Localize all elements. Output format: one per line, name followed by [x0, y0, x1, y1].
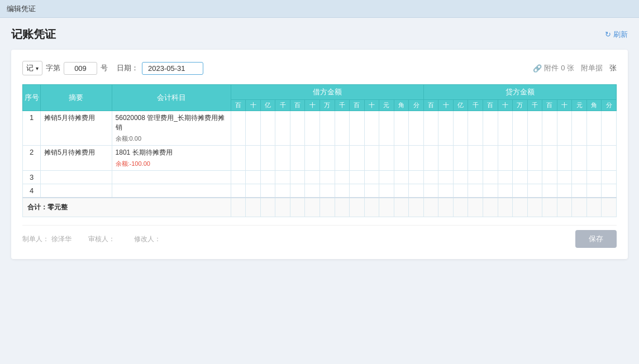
credit-digit-cell[interactable] [453, 171, 468, 184]
debit-digit-cell[interactable] [260, 184, 275, 198]
debit-digit-cell[interactable] [364, 184, 379, 198]
debit-digit-cell[interactable] [409, 184, 424, 198]
debit-digit-cell[interactable] [379, 146, 394, 171]
credit-digit-cell[interactable] [527, 146, 542, 171]
credit-digit-cell[interactable] [498, 184, 513, 198]
debit-digit-cell[interactable] [231, 184, 246, 198]
debit-digit-cell[interactable] [275, 146, 290, 171]
debit-digit-cell[interactable] [364, 146, 379, 171]
credit-digit-cell[interactable] [542, 184, 557, 198]
summary-cell[interactable] [41, 184, 112, 198]
debit-digit-cell[interactable] [305, 146, 320, 171]
debit-digit-cell[interactable] [320, 111, 335, 146]
credit-digit-cell[interactable] [542, 146, 557, 171]
debit-digit-cell[interactable] [335, 171, 350, 184]
credit-digit-cell[interactable] [602, 111, 617, 146]
credit-digit-cell[interactable] [438, 171, 454, 184]
debit-digit-cell[interactable] [290, 146, 305, 171]
credit-digit-cell[interactable] [438, 146, 454, 171]
credit-digit-cell[interactable] [602, 184, 617, 198]
debit-digit-cell[interactable] [290, 111, 305, 146]
account-cell[interactable] [112, 184, 231, 198]
credit-digit-cell[interactable] [572, 184, 587, 198]
credit-digit-cell[interactable] [572, 146, 587, 171]
refresh-button[interactable]: ↻ 刷新 [605, 30, 628, 40]
debit-digit-cell[interactable] [231, 111, 246, 146]
credit-digit-cell[interactable] [527, 171, 542, 184]
date-input[interactable] [142, 62, 203, 75]
credit-digit-cell[interactable] [423, 111, 438, 146]
debit-digit-cell[interactable] [409, 111, 424, 146]
debit-digit-cell[interactable] [394, 171, 409, 184]
debit-digit-cell[interactable] [379, 171, 394, 184]
credit-digit-cell[interactable] [527, 111, 542, 146]
debit-digit-cell[interactable] [394, 146, 409, 171]
credit-digit-cell[interactable] [542, 171, 557, 184]
credit-digit-cell[interactable] [423, 146, 438, 171]
credit-digit-cell[interactable] [423, 184, 438, 198]
debit-digit-cell[interactable] [246, 111, 261, 146]
debit-digit-cell[interactable] [350, 146, 365, 171]
credit-digit-cell[interactable] [498, 171, 513, 184]
credit-digit-cell[interactable] [468, 184, 483, 198]
debit-digit-cell[interactable] [260, 111, 275, 146]
debit-digit-cell[interactable] [246, 171, 261, 184]
credit-digit-cell[interactable] [513, 146, 528, 171]
credit-digit-cell[interactable] [483, 146, 498, 171]
debit-digit-cell[interactable] [394, 111, 409, 146]
debit-digit-cell[interactable] [335, 146, 350, 171]
debit-digit-cell[interactable] [379, 184, 394, 198]
credit-digit-cell[interactable] [468, 111, 483, 146]
credit-digit-cell[interactable] [498, 111, 513, 146]
debit-digit-cell[interactable] [394, 184, 409, 198]
debit-digit-cell[interactable] [231, 146, 246, 171]
debit-digit-cell[interactable] [231, 171, 246, 184]
credit-digit-cell[interactable] [602, 146, 617, 171]
debit-digit-cell[interactable] [320, 146, 335, 171]
account-cell[interactable]: 1801 长期待摊费用余额:-100.00 [112, 146, 231, 171]
credit-digit-cell[interactable] [572, 111, 587, 146]
account-cell[interactable] [112, 171, 231, 184]
debit-digit-cell[interactable] [320, 171, 335, 184]
debit-digit-cell[interactable] [409, 146, 424, 171]
credit-digit-cell[interactable] [468, 171, 483, 184]
debit-digit-cell[interactable] [305, 171, 320, 184]
number-input[interactable] [64, 62, 97, 75]
debit-digit-cell[interactable] [335, 184, 350, 198]
debit-digit-cell[interactable] [260, 146, 275, 171]
credit-digit-cell[interactable] [557, 111, 572, 146]
credit-digit-cell[interactable] [438, 111, 454, 146]
debit-digit-cell[interactable] [290, 184, 305, 198]
credit-digit-cell[interactable] [423, 171, 438, 184]
summary-cell[interactable] [41, 171, 112, 184]
credit-digit-cell[interactable] [483, 171, 498, 184]
attachment-link[interactable]: 🔗 附件 0 张 [533, 63, 574, 73]
credit-digit-cell[interactable] [483, 184, 498, 198]
debit-digit-cell[interactable] [275, 111, 290, 146]
debit-digit-cell[interactable] [246, 184, 261, 198]
summary-cell[interactable]: 摊销5月待摊费用 [41, 111, 112, 146]
credit-digit-cell[interactable] [557, 171, 572, 184]
credit-digit-cell[interactable] [572, 171, 587, 184]
debit-digit-cell[interactable] [335, 111, 350, 146]
credit-digit-cell[interactable] [586, 111, 602, 146]
debit-digit-cell[interactable] [275, 184, 290, 198]
credit-digit-cell[interactable] [586, 171, 602, 184]
debit-digit-cell[interactable] [290, 171, 305, 184]
credit-digit-cell[interactable] [498, 146, 513, 171]
debit-digit-cell[interactable] [260, 171, 275, 184]
debit-digit-cell[interactable] [350, 184, 365, 198]
debit-digit-cell[interactable] [350, 171, 365, 184]
credit-digit-cell[interactable] [513, 111, 528, 146]
credit-digit-cell[interactable] [513, 171, 528, 184]
debit-digit-cell[interactable] [364, 111, 379, 146]
type-select[interactable]: 记 ▾ [22, 61, 42, 75]
credit-digit-cell[interactable] [586, 146, 602, 171]
credit-digit-cell[interactable] [453, 146, 468, 171]
credit-digit-cell[interactable] [438, 184, 454, 198]
account-cell[interactable]: 56020008 管理费用_长期待摊费用摊销余额:0.00 [112, 111, 231, 146]
credit-digit-cell[interactable] [557, 184, 572, 198]
credit-digit-cell[interactable] [513, 184, 528, 198]
credit-digit-cell[interactable] [453, 111, 468, 146]
debit-digit-cell[interactable] [305, 184, 320, 198]
